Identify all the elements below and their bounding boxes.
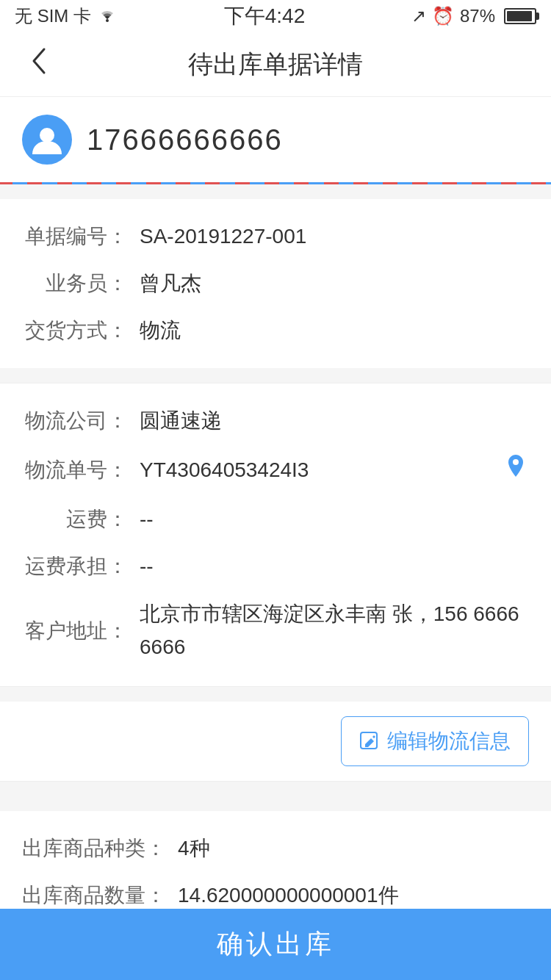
goods-quantity-row: 出库商品数量： 14.620000000000001件 [22,880,529,911]
page-title: 待出库单据详情 [188,48,363,82]
avatar [22,115,72,165]
back-button[interactable] [22,39,54,90]
logistics-freight-label: 运费： [22,504,140,535]
logistics-company-label: 物流公司： [22,406,140,436]
goods-types-value: 4种 [178,833,529,864]
logistics-company-value: 圆通速递 [140,406,529,436]
order-info-section: 单据编号： SA-20191227-001 业务员： 曾凡杰 交货方式： 物流 [0,199,551,368]
logistics-freight-bearer-label: 运费承担： [22,551,140,582]
order-number-row: 单据编号： SA-20191227-001 [22,221,529,252]
status-bar: 无 SIM 卡 下午4:42 ↗ ⏰ 87% [0,0,551,32]
edit-btn-row: 编辑物流信息 [0,702,551,782]
edit-logistics-button[interactable]: 编辑物流信息 [341,716,529,766]
confirm-button[interactable]: 确认出库 [0,909,551,980]
logistics-freight-bearer-row: 运费承担： -- [22,551,529,582]
sales-person-row: 业务员： 曾凡杰 [22,268,529,299]
svg-point-0 [106,19,109,22]
main-content: 17666666666 单据编号： SA-20191227-001 业务员： 曾… [0,97,551,980]
status-time: 下午4:42 [224,2,306,30]
customer-header: 17666666666 [0,97,551,184]
svg-point-1 [40,128,54,143]
logistics-tracking-value: YT43064053424I3 [140,455,491,486]
logistics-freight-bearer-value: -- [140,551,529,582]
confirm-btn-label: 确认出库 [217,929,334,959]
sales-person-value: 曾凡杰 [140,268,529,299]
battery-icon [504,8,536,24]
logistics-section: 物流公司： 圆通速递 物流单号： YT43064053424I3 运费： -- … [0,383,551,687]
customer-phone: 17666666666 [87,123,283,156]
logistics-freight-row: 运费： -- [22,504,529,535]
delivery-method-value: 物流 [140,315,529,346]
logistics-address-row: 客户地址： 北京市市辖区海淀区永丰南 张，156 6666 6666 [22,598,529,664]
logistics-company-row: 物流公司： 圆通速递 [22,406,529,436]
goods-types-label: 出库商品种类： [22,833,178,864]
status-left: 无 SIM 卡 [15,4,118,28]
logistics-tracking-row: 物流单号： YT43064053424I3 [22,453,529,488]
delivery-method-row: 交货方式： 物流 [22,315,529,346]
logistics-tracking-label: 物流单号： [22,455,140,486]
separator1 [0,782,551,796]
goods-quantity-label: 出库商品数量： [22,880,178,911]
nav-bar: 待出库单据详情 [0,32,551,97]
goods-quantity-value: 14.620000000000001件 [178,880,529,911]
status-right: ↗ ⏰ 87% [411,6,536,26]
carrier-label: 无 SIM 卡 [15,4,91,28]
order-number-value: SA-20191227-001 [140,221,529,252]
location-status-icon: ↗ [411,6,426,26]
wifi-icon [97,6,118,26]
logistics-address-label: 客户地址： [22,616,140,646]
logistics-address-value: 北京市市辖区海淀区永丰南 张，156 6666 6666 [140,598,529,664]
goods-types-row: 出库商品种类： 4种 [22,833,529,864]
logistics-freight-value: -- [140,504,529,535]
battery-percent: 87% [460,6,495,26]
tracking-location-icon[interactable] [503,453,529,488]
edit-logistics-label: 编辑物流信息 [387,727,511,755]
alarm-icon: ⏰ [432,6,454,26]
svg-point-2 [513,459,519,465]
delivery-method-label: 交货方式： [22,315,140,346]
order-number-label: 单据编号： [22,221,140,252]
sales-person-label: 业务员： [22,268,140,299]
